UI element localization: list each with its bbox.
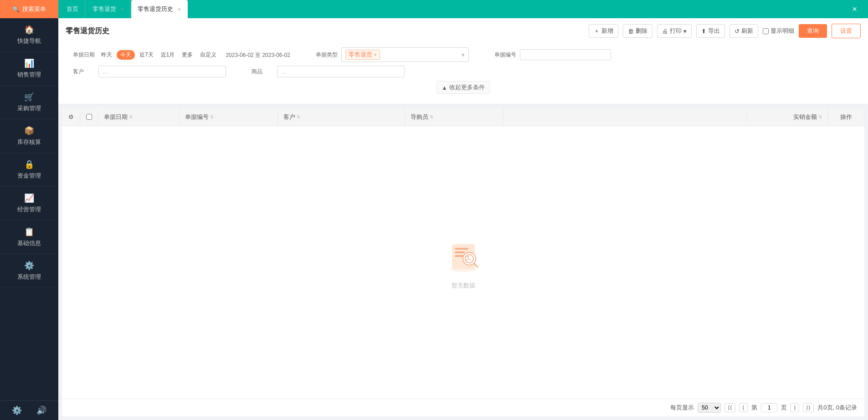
svg-point-8 [467, 256, 469, 258]
date-shortcut-yesterday[interactable]: 昨天 [98, 50, 115, 60]
th-date-label: 单据日期 [104, 113, 128, 121]
sidebar-item-basic-info[interactable]: 📋 基础信息 [0, 220, 58, 254]
delete-label: 删除 [636, 27, 647, 35]
refresh-button[interactable]: ↺ 刷新 [729, 24, 758, 38]
bill-no-input[interactable] [520, 49, 611, 60]
purchase-icon: 🛒 [24, 92, 34, 102]
th-guide[interactable]: 导购员 ⇅ [405, 108, 503, 126]
tab-home-label: 首页 [67, 5, 78, 13]
sidebar-item-operation-label: 经营管理 [17, 205, 41, 214]
billno-sort-icon: ⇅ [210, 114, 214, 119]
sidebar-item-purchase[interactable]: 🛒 采购管理 [0, 86, 58, 119]
date-shortcut-custom[interactable]: 自定义 [197, 50, 219, 60]
collapse-up-icon: ▲ [442, 84, 447, 91]
search-menu-button[interactable]: 🔍 搜索菜单 [0, 0, 58, 18]
print-icon: 🖨 [662, 28, 668, 35]
sidebar-item-system[interactable]: ⚙️ 系统管理 [0, 254, 58, 288]
volume-icon[interactable]: 🔊 [36, 405, 46, 415]
sidebar-item-finance[interactable]: 🔒 资金管理 [0, 153, 58, 187]
tab-retail-return-label: 零售退货 [92, 5, 116, 13]
customer-label: 客户 [73, 68, 96, 76]
show-detail-checkbox[interactable] [763, 28, 769, 34]
collapse-button[interactable]: ▲ 收起更多条件 [437, 81, 490, 94]
tab-retail-return[interactable]: 零售退货 × [86, 0, 130, 18]
th-op: 操作 [828, 108, 864, 126]
bill-type-tag-close[interactable]: × [374, 52, 377, 57]
page-header: 零售退货历史 ＋ 新增 🗑 删除 🖨 打印 ▾ [58, 18, 868, 104]
th-customer[interactable]: 客户 ⇅ [278, 108, 406, 126]
refresh-icon: ↺ [734, 28, 740, 35]
query-button[interactable]: 查询 [799, 24, 827, 38]
per-page-label: 每页显示 [670, 404, 694, 412]
tab-retail-return-history-label: 零售退货历史 [138, 5, 173, 13]
toolbar: ＋ 新增 🗑 删除 🖨 打印 ▾ ⬆ 导出 [589, 24, 861, 38]
tab-retail-return-close[interactable]: × [121, 6, 123, 12]
content-area: 零售退货历史 ＋ 新增 🗑 删除 🖨 打印 ▾ [58, 18, 868, 420]
page-number-input[interactable] [761, 403, 777, 412]
bill-type-tag: 零售退货 × [345, 50, 380, 60]
new-button[interactable]: ＋ 新增 [589, 24, 618, 38]
sidebar-item-basic-info-label: 基础信息 [17, 239, 41, 247]
th-spacer [503, 113, 747, 122]
print-dropdown-icon: ▾ [683, 28, 687, 35]
prev-page-button[interactable]: ⟨ [739, 403, 748, 412]
export-button[interactable]: ⬆ 导出 [696, 24, 725, 38]
th-billno-label: 单据编号 [185, 113, 209, 121]
bill-no-filter-item: 单据编号 [494, 49, 611, 60]
next-page-button[interactable]: ⟩ [791, 403, 799, 412]
last-page-button[interactable]: ⟩⟩ [803, 403, 814, 412]
th-amount-label: 实销金额 [793, 113, 817, 121]
sidebar-bottom: ⚙️ 🔊 [0, 400, 58, 420]
print-button[interactable]: 🖨 打印 ▾ [657, 24, 692, 38]
refresh-label: 刷新 [741, 27, 753, 35]
tab-retail-return-history-close[interactable]: × [178, 6, 180, 12]
first-page-button[interactable]: ⟨⟨ [724, 403, 735, 412]
show-detail-checkbox-label[interactable]: 显示明细 [763, 27, 794, 35]
bill-type-label: 单据类型 [316, 51, 339, 59]
date-filter-item: 单据日期 昨天 今天 近7天 近1月 更多 自定义 2023-06-02 至 2… [73, 50, 290, 60]
date-sort-icon: ⇅ [129, 114, 133, 119]
bill-type-select[interactable]: 零售退货 × ▾ [341, 47, 469, 62]
select-all-checkbox[interactable] [86, 114, 92, 120]
search-icon: 🔍 [12, 6, 20, 13]
th-op-label: 操作 [840, 113, 852, 121]
new-label: 新增 [601, 27, 613, 35]
tab-retail-return-history[interactable]: 零售退货历史 × [131, 0, 187, 18]
sales-icon: 📊 [24, 58, 34, 68]
window-close-button[interactable]: × [848, 5, 861, 14]
page-unit: 页 [781, 404, 787, 412]
th-date[interactable]: 单据日期 ⇅ [98, 108, 180, 126]
pagination-bar: 每页显示 20 50 100 ⟨⟨ ⟨ 第 页 ⟩ ⟩⟩ 共0页, 0条记录 [62, 399, 864, 416]
top-bar-right: × [848, 5, 868, 14]
goods-input[interactable]: ... [277, 66, 405, 77]
empty-state: 暂无数据 [62, 126, 864, 399]
sidebar-item-operation[interactable]: 📈 经营管理 [0, 187, 58, 220]
operation-icon: 📈 [24, 193, 34, 203]
th-amount[interactable]: 实销金额 ⇅ [747, 108, 828, 126]
settings-bottom-icon[interactable]: ⚙️ [12, 405, 22, 415]
date-shortcut-more[interactable]: 更多 [179, 50, 195, 60]
date-shortcut-7days[interactable]: 近7天 [137, 50, 156, 60]
page-label: 第 [751, 404, 757, 412]
show-detail-label: 显示明细 [770, 27, 794, 35]
th-checkbox[interactable] [80, 109, 98, 124]
date-shortcut-1month[interactable]: 近1月 [158, 50, 178, 60]
set-button[interactable]: 设置 [832, 24, 861, 38]
sidebar-item-sales[interactable]: 📊 销售管理 [0, 52, 58, 86]
th-settings[interactable]: ⚙ [62, 109, 80, 125]
tabs-area: 首页 零售退货 × 零售退货历史 × [58, 0, 848, 18]
total-info: 共0页, 0条记录 [817, 404, 857, 412]
sidebar-item-inventory[interactable]: 📦 库存核算 [0, 119, 58, 153]
bill-type-dropdown-icon: ▾ [462, 51, 465, 58]
date-shortcuts: 昨天 今天 近7天 近1月 更多 自定义 [98, 50, 219, 60]
date-shortcut-today[interactable]: 今天 [117, 50, 135, 60]
th-billno[interactable]: 单据编号 ⇅ [180, 108, 278, 126]
customer-input[interactable]: ... [98, 66, 226, 77]
basic-info-icon: 📋 [24, 227, 34, 237]
per-page-select[interactable]: 20 50 100 [698, 403, 721, 413]
export-label: 导出 [708, 27, 720, 35]
delete-button[interactable]: 🗑 删除 [623, 24, 652, 38]
tab-home[interactable]: 首页 [60, 0, 85, 18]
top-bar: 🔍 搜索菜单 首页 零售退货 × 零售退货历史 × × [0, 0, 868, 18]
sidebar-item-quick-nav[interactable]: 🏠 快捷导航 [0, 18, 58, 52]
